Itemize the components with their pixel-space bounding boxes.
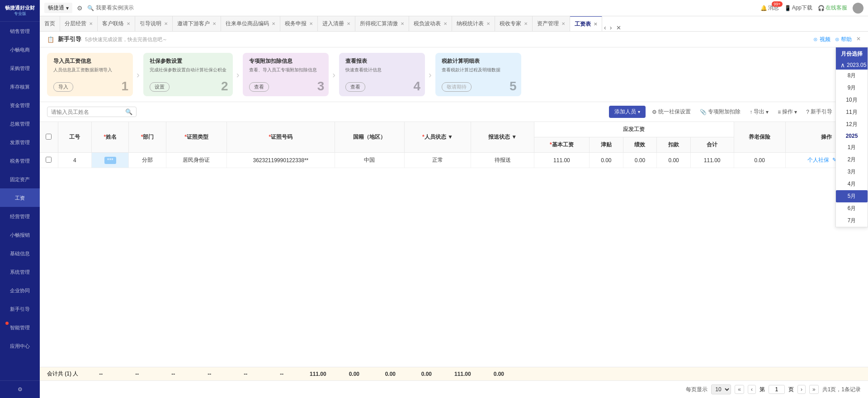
export-button[interactable]: ↑ 导出 ▾ [747,106,771,117]
tab-tax-report[interactable]: 税务申报 ✕ [280,16,318,31]
sidebar-item-tax[interactable]: 税务管理 [0,151,40,170]
tab-close-tax-report[interactable]: ✕ [309,21,313,26]
sidebar-item-operation[interactable]: 经营管理 [0,207,40,225]
user-avatar[interactable] [853,3,863,14]
step-btn-1[interactable]: 导入 [53,82,73,92]
tab-tax-expert[interactable]: 税收专家 ✕ [495,16,533,31]
social-settings-button[interactable]: ⚙ 统一社保设置 [649,106,693,117]
month-9[interactable]: 9月 [836,82,868,94]
tab-close-tax-stat[interactable]: ✕ [486,21,490,26]
month-6[interactable]: 6月 [836,202,868,215]
tab-close-guide[interactable]: ✕ [164,21,168,26]
sidebar-item-inventory[interactable]: 库存核算 [0,77,40,96]
month-10[interactable]: 10月 [836,94,868,106]
tab-salary[interactable]: 工资表 ✕ [570,16,602,31]
sidebar-item-report[interactable]: 小畅报销 [0,225,40,244]
tab-close-tax-exempt[interactable]: ✕ [443,21,447,26]
gear-button[interactable]: ⚙ [0,380,40,398]
month-7[interactable]: 7月 [836,215,868,227]
row-base-salary: 111.00 [534,153,589,168]
month-nav-down[interactable]: ∨ [866,61,868,69]
tab-tax-stat[interactable]: 纳税统计表 ✕ [452,16,495,31]
month-1[interactable]: 1月 [836,141,868,154]
year-2025[interactable]: 2025 [836,131,868,141]
tab-close-all-btn[interactable]: ✕ [613,24,624,31]
message-button[interactable]: 🔔 消息 99+ [760,4,779,12]
special-deduction-button[interactable]: 📎 专项附加扣除 [697,106,743,117]
month-11[interactable]: 11月 [836,106,868,118]
step-btn-5[interactable]: 敬请期待 [442,82,472,92]
sidebar-item-system[interactable]: 系统管理 [0,262,40,281]
sidebar-item-basic[interactable]: 基础信息 [0,244,40,262]
online-service-button[interactable]: 🎧 在线客服 [818,4,847,12]
month-4[interactable]: 4月 [836,178,868,190]
settings-icon[interactable]: ⚙ [75,5,85,12]
tab-prev-btn[interactable]: ‹ [602,24,608,31]
sidebar-item-appstore[interactable]: 应用中心 [0,337,40,355]
tab-clearbook[interactable]: 进入清册 ✕ [318,16,355,31]
tab-customer[interactable]: 客户联络 ✕ [98,16,135,31]
current-page-input[interactable] [769,385,785,394]
sidebar-item-coop[interactable]: 企业协同 [0,281,40,300]
step-btn-2[interactable]: 设置 [150,82,170,92]
tab-next-btn[interactable]: › [608,24,614,31]
guide-close-icon[interactable]: ✕ [856,36,861,43]
app-download-button[interactable]: 📱 App下载 [784,4,812,12]
guide-help-link[interactable]: ⊙ 帮助 [835,36,852,43]
page-size-select[interactable]: 10 20 50 [711,384,731,394]
footer-dash1: -- [87,371,114,377]
sidebar-item-guide[interactable]: 新手引导 [0,300,40,318]
tab-asset[interactable]: 资产管理 ✕ [533,16,570,31]
tab-share[interactable]: 分层经营 ✕ [60,16,98,31]
guide-video-link[interactable]: ⊙ 视频 [813,36,830,43]
month-8[interactable]: 8月 [836,70,868,82]
tab-close-share[interactable]: ✕ [89,21,93,26]
month-12[interactable]: 12月 [836,118,868,131]
tab-close-product-code[interactable]: ✕ [272,21,275,26]
search-input[interactable] [51,109,123,115]
operations-button[interactable]: ≡ 操作 ▾ [775,106,800,117]
tab-tax-calc[interactable]: 所得税汇算清缴 ✕ [355,16,409,31]
company-selector[interactable]: 畅捷通 ▾ [44,3,72,13]
tab-close-tax-calc[interactable]: ✕ [401,21,404,26]
tab-clearbook-label: 进入清册 [322,20,344,28]
row-personal-social-link[interactable]: 个人社保 [807,157,829,163]
first-page-btn[interactable]: « [735,385,744,394]
row-total: 111.00 [690,153,734,168]
tab-guide-tab[interactable]: 引导说明 ✕ [135,16,173,31]
step-btn-3[interactable]: 查看 [249,82,269,92]
new-guide-button[interactable]: ? 新手引导 [803,106,835,117]
sidebar-item-ledger[interactable]: 总账管理 [0,114,40,133]
prev-page-btn[interactable]: ‹ [748,385,756,394]
sidebar-item-fixed[interactable]: 固定资产 [0,170,40,188]
sidebar-item-smart[interactable]: 智能管理 [0,318,40,337]
month-5[interactable]: 5月 [836,190,868,202]
tab-invite[interactable]: 邀请下游客户 ✕ [173,16,221,31]
month-3[interactable]: 3月 [836,166,868,178]
tab-tax-exempt[interactable]: 税负波动表 ✕ [409,16,452,31]
search-icon[interactable]: 🔍 [125,108,132,115]
tab-close-customer[interactable]: ✕ [127,21,130,26]
row-checkbox[interactable] [46,157,52,163]
sidebar-item-ecommerce[interactable]: 小畅电商 [0,40,40,59]
tab-product-code[interactable]: 往来单位商品编码 ✕ [221,16,280,31]
tab-home[interactable]: 首页 [40,16,60,31]
step-btn-4[interactable]: 查看 [345,82,365,92]
tab-close-tax-expert[interactable]: ✕ [524,21,528,26]
tab-close-clearbook[interactable]: ✕ [347,21,350,26]
add-person-button[interactable]: 添加人员 ▾ [609,106,646,118]
sidebar-item-invoice[interactable]: 发票管理 [0,133,40,151]
month-2[interactable]: 2月 [836,154,868,166]
next-page-btn[interactable]: › [797,385,806,394]
demo-link[interactable]: 🔍 我要看实例演示 [87,4,134,12]
tab-close-salary[interactable]: ✕ [594,22,597,27]
tab-close-asset[interactable]: ✕ [561,21,565,26]
last-page-btn[interactable]: » [809,385,819,394]
tab-close-invite[interactable]: ✕ [212,21,216,26]
sidebar-item-capital[interactable]: 资金管理 [0,96,40,114]
sidebar-item-sales[interactable]: 销售管理 [0,22,40,40]
select-all-checkbox[interactable] [46,134,52,140]
sidebar-item-purchase[interactable]: 采购管理 [0,59,40,77]
sidebar-item-salary[interactable]: 工资 [0,188,40,207]
month-nav-up[interactable]: ∧ [839,61,847,69]
